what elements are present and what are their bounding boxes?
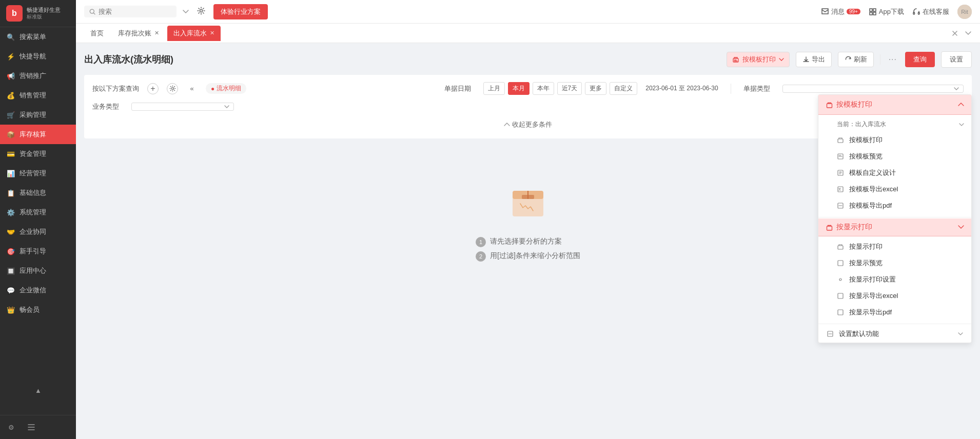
sidebar-collapse-btn[interactable] [25,421,38,434]
sidebar-item-basic[interactable]: 📋 基础信息 [0,183,76,203]
date-btn-custom[interactable]: 自定义 [610,82,637,95]
date-btn-7days[interactable]: 近7天 [557,82,582,95]
date-btn-last-month[interactable]: 上月 [483,82,505,95]
sidebar-item-collab[interactable]: 🤝 企业协同 [0,222,76,242]
dropdown-display-print-action[interactable]: 按显示打印 [818,238,971,255]
basic-icon: 📋 [6,188,15,197]
dropdown-set-default[interactable]: 设置默认功能 [818,325,971,343]
filter-biz-select[interactable] [131,103,234,111]
trial-btn[interactable]: 体验行业方案 [213,4,268,19]
date-btn-more[interactable]: 更多 [585,82,606,95]
collapse-btn[interactable]: 收起更多条件 [498,118,558,131]
sub-pdf-icon [837,202,844,209]
tab-batch-label: 库存批次账 [118,29,151,38]
placeholder-icon [502,175,554,227]
sidebar-item-label: 资金管理 [19,149,46,158]
export-btn[interactable]: 导出 [796,52,832,67]
filter-date-range[interactable]: 2023-06-01 至 2023-06-30 [645,84,718,93]
message-btn[interactable]: 消息 99+ [821,7,860,16]
sidebar-item-quick-nav[interactable]: ⚡ 快捷导航 [0,47,76,66]
dropdown-display-header[interactable]: 按显示打印 [818,218,971,236]
tab-expand-btn[interactable] [965,30,972,37]
customer-service-btn[interactable]: 在线客服 [912,7,949,16]
sidebar-item-inventory[interactable]: 📦 库存核算 [0,125,76,144]
sidebar-item-marketing[interactable]: 📢 营销推广 [0,66,76,86]
filter-add-btn[interactable]: + [147,83,159,94]
sidebar-item-purchase[interactable]: 🛒 采购管理 [0,105,76,125]
dropdown-print-icon [826,101,833,109]
topbar-gear-btn[interactable] [195,5,207,18]
tab-batch[interactable]: 库存批次账 ✕ [112,26,165,41]
date-btn-this-month[interactable]: 本月 [508,82,530,95]
tab-home[interactable]: 首页 [84,26,110,41]
dropdown-display-export-excel[interactable]: 按显示导出excel [818,288,971,304]
dropdown-template-export-excel[interactable]: 按模板导出excel [818,181,971,197]
page-actions: 按模板打印 导出 刷新 [727,51,972,68]
sidebar-settings-btn[interactable]: ⚙ [6,422,16,433]
app-logo-icon: b [6,5,23,22]
tab-batch-close[interactable]: ✕ [154,30,159,36]
svg-rect-4 [870,12,872,15]
sidebar-item-search[interactable]: 🔍 搜索菜单 [0,27,76,47]
ellipsis-icon: ··· [889,55,897,64]
refresh-btn[interactable]: 刷新 [838,52,874,67]
dropdown-template-custom-label: 模板自定义设计 [849,168,896,177]
dropdown-display-export-pdf[interactable]: 按显示导出pdf [818,304,971,321]
sidebar-item-app-center[interactable]: 🔲 应用中心 [0,261,76,281]
placeholder-step2-text: 用[过滤]条件来缩小分析范围 [490,251,580,261]
template-print-btn[interactable]: 按模板打印 [727,52,790,67]
user-avatar[interactable]: Rit [957,5,972,19]
sidebar-item-guide[interactable]: 🎯 新手引导 [0,242,76,261]
dropdown-template-print-action[interactable]: 按模板打印 [818,132,971,148]
tab-close-all-btn[interactable] [951,30,958,37]
svg-rect-21 [838,246,843,249]
query-btn[interactable]: 查询 [905,52,935,67]
sidebar-item-label: 系统管理 [19,208,46,217]
topbar-search-input[interactable] [99,8,171,15]
app-name-block: 畅捷通好生意 标准版 [27,6,61,21]
quick-nav-icon: ⚡ [6,52,15,61]
message-icon [821,8,829,16]
filter-tag-liushui[interactable]: ● 流水明细 [206,83,246,94]
topbar-search-container [84,6,177,17]
dropdown-display-title: 按显示打印 [826,223,872,232]
user-name: Rit [961,9,968,15]
dropdown-display-preview[interactable]: 按显示预览 [818,255,971,271]
collab-icon: 🤝 [6,227,15,236]
sidebar-item-operation[interactable]: 📊 经营管理 [0,164,76,183]
dropdown-divider-2 [818,324,971,324]
sidebar-item-member[interactable]: 👑 畅会员 [0,300,76,320]
tab-flow[interactable]: 出入库流水 ✕ [167,26,221,41]
filter-setting-btn[interactable] [167,83,178,94]
dropdown-template-preview[interactable]: 按模板预览 [818,148,971,165]
sidebar-item-wechat[interactable]: 💬 企业微信 [0,281,76,300]
topbar-actions: 消息 99+ App下载 在线客服 [821,5,972,19]
filter-type-select[interactable] [782,85,964,93]
filter-collapse-arrows-btn[interactable]: « [186,83,198,94]
sidebar-logo: b 畅捷通好生意 标准版 [0,0,76,27]
sidebar-item-sales[interactable]: 💰 销售管理 [0,86,76,105]
tab-flow-close[interactable]: ✕ [210,30,214,36]
dropdown-template-custom[interactable]: 模板自定义设计 [818,165,971,181]
sidebar-item-label: 应用中心 [19,266,46,275]
app-download-btn[interactable]: App下载 [869,7,904,16]
svg-rect-15 [838,139,843,143]
sidebar-item-system[interactable]: ⚙️ 系统管理 [0,203,76,222]
dropdown-display-excel-label: 按显示导出excel [849,291,898,301]
svg-rect-13 [522,195,534,199]
expand-icon [965,30,972,37]
page-header: 出入库流水(流水明细) 按模板打印 [84,51,972,68]
settings-btn[interactable]: 设置 [941,51,972,68]
filter-date-group: 上月 本月 本年 近7天 更多 自定义 [483,82,638,95]
more-actions-btn[interactable]: ··· [887,53,899,66]
print-icon [732,56,739,63]
sidebar-scroll-up-arrow[interactable]: ▲ [33,385,44,396]
svg-point-23 [839,278,841,281]
gear-icon [197,7,205,15]
dropdown-template-export-pdf[interactable]: 按模板导出pdf [818,197,971,214]
dropdown-display-print-settings[interactable]: 按显示打印设置 [818,271,971,288]
dropdown-template-excel-label: 按模板导出excel [849,185,898,194]
sidebar-item-finance[interactable]: 💳 资金管理 [0,144,76,164]
topbar-dropdown[interactable] [183,10,189,14]
date-btn-this-year[interactable]: 本年 [533,82,554,95]
